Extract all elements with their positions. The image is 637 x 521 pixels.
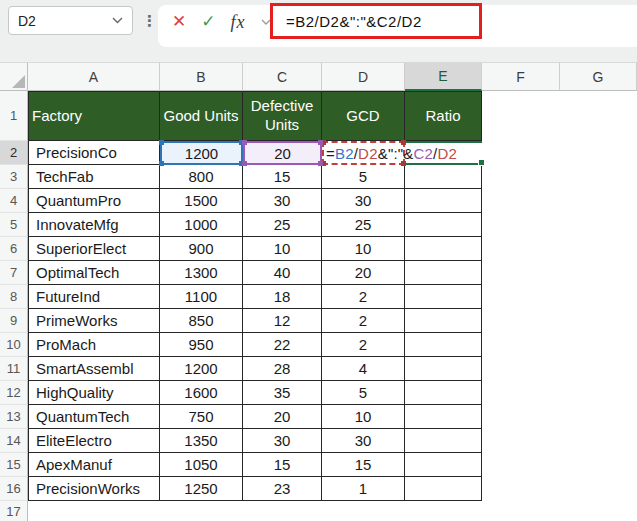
cell-A7[interactable]: OptimalTech [28,261,160,285]
cell-B10[interactable]: 950 [160,333,243,357]
cell-F10[interactable] [482,333,560,357]
cell-A1[interactable]: Factory [28,91,160,141]
cell-C14[interactable]: 30 [243,429,322,453]
cell-C11[interactable]: 28 [243,357,322,381]
select-all-button[interactable] [0,63,28,91]
cell-F11[interactable] [482,357,560,381]
cell-F2[interactable] [482,141,560,165]
cell-F1[interactable] [482,91,560,141]
cell-F15[interactable] [482,453,560,477]
cell-D2[interactable]: =B2/D2&":"&C2/D2 [322,141,405,165]
cell-B2[interactable]: 1200 [160,141,243,165]
cell-D4[interactable]: 30 [322,189,405,213]
cell-E1[interactable]: Ratio [405,91,482,141]
row-header-10[interactable]: 10 [0,333,28,357]
cell-E16[interactable] [405,477,482,501]
cell-B13[interactable]: 750 [160,405,243,429]
cell-E11[interactable] [405,357,482,381]
cell-A17[interactable] [28,501,160,521]
cell-C16[interactable]: 23 [243,477,322,501]
cell-G17[interactable] [560,501,637,521]
cell-A5[interactable]: InnovateMfg [28,213,160,237]
cell-D6[interactable]: 10 [322,237,405,261]
cell-C17[interactable] [243,501,322,521]
cell-C6[interactable]: 10 [243,237,322,261]
cell-A6[interactable]: SuperiorElect [28,237,160,261]
cell-D3[interactable]: 5 [322,165,405,189]
cell-E4[interactable] [405,189,482,213]
row-header-7[interactable]: 7 [0,261,28,285]
cell-C13[interactable]: 20 [243,405,322,429]
cell-D11[interactable]: 4 [322,357,405,381]
cell-D15[interactable]: 15 [322,453,405,477]
cell-G5[interactable] [560,213,637,237]
cell-E6[interactable] [405,237,482,261]
cell-B15[interactable]: 1050 [160,453,243,477]
cell-A16[interactable]: PrecisionWorks [28,477,160,501]
cell-A9[interactable]: PrimeWorks [28,309,160,333]
insert-function-icon[interactable]: fx [231,12,246,32]
cell-A11[interactable]: SmartAssembl [28,357,160,381]
column-header-G[interactable]: G [560,63,637,91]
cell-G14[interactable] [560,429,637,453]
cell-G15[interactable] [560,453,637,477]
cell-D10[interactable]: 2 [322,333,405,357]
cell-B1[interactable]: Good Units [160,91,243,141]
cell-G13[interactable] [560,405,637,429]
cell-C2[interactable]: 20 [243,141,322,165]
cell-A2[interactable]: PrecisionCo [28,141,160,165]
cell-C1[interactable]: Defective Units [243,91,322,141]
cell-F14[interactable] [482,429,560,453]
cell-B4[interactable]: 1500 [160,189,243,213]
fill-handle[interactable] [478,159,485,166]
cell-D12[interactable]: 5 [322,381,405,405]
row-header-6[interactable]: 6 [0,237,28,261]
column-header-C[interactable]: C [243,63,322,91]
cell-B8[interactable]: 1100 [160,285,243,309]
cell-E14[interactable] [405,429,482,453]
row-header-16[interactable]: 16 [0,477,28,501]
cell-D9[interactable]: 2 [322,309,405,333]
cell-E12[interactable] [405,381,482,405]
row-header-1[interactable]: 1 [0,91,28,141]
cell-D8[interactable]: 2 [322,285,405,309]
cell-C12[interactable]: 35 [243,381,322,405]
cell-F13[interactable] [482,405,560,429]
cell-F9[interactable] [482,309,560,333]
row-header-4[interactable]: 4 [0,189,28,213]
cell-B9[interactable]: 850 [160,309,243,333]
column-header-B[interactable]: B [160,63,243,91]
cell-C9[interactable]: 12 [243,309,322,333]
cell-G9[interactable] [560,309,637,333]
column-header-E[interactable]: E [405,63,482,91]
cell-G2[interactable] [560,141,637,165]
cell-C5[interactable]: 25 [243,213,322,237]
cell-G7[interactable] [560,261,637,285]
cell-F16[interactable] [482,477,560,501]
cell-C8[interactable]: 18 [243,285,322,309]
cell-C3[interactable]: 15 [243,165,322,189]
cell-E3[interactable] [405,165,482,189]
formula-input[interactable]: =B2/D2&":"&C2/D2 [286,13,422,30]
cell-D1[interactable]: GCD [322,91,405,141]
row-header-9[interactable]: 9 [0,309,28,333]
cell-F5[interactable] [482,213,560,237]
row-header-15[interactable]: 15 [0,453,28,477]
cancel-icon[interactable]: ✕ [172,12,186,32]
cell-E7[interactable] [405,261,482,285]
cell-A13[interactable]: QuantumTech [28,405,160,429]
cell-B17[interactable] [160,501,243,521]
cell-A3[interactable]: TechFab [28,165,160,189]
cell-D5[interactable]: 25 [322,213,405,237]
cell-F4[interactable] [482,189,560,213]
name-box[interactable]: D2 [8,6,133,35]
row-header-11[interactable]: 11 [0,357,28,381]
cell-A14[interactable]: EliteElectro [28,429,160,453]
cell-E5[interactable] [405,213,482,237]
row-header-13[interactable]: 13 [0,405,28,429]
cell-E10[interactable] [405,333,482,357]
cell-G3[interactable] [560,165,637,189]
cell-D16[interactable]: 1 [322,477,405,501]
cell-C10[interactable]: 22 [243,333,322,357]
in-cell-formula[interactable]: =B2/D2&":"&C2/D2 [326,143,457,163]
